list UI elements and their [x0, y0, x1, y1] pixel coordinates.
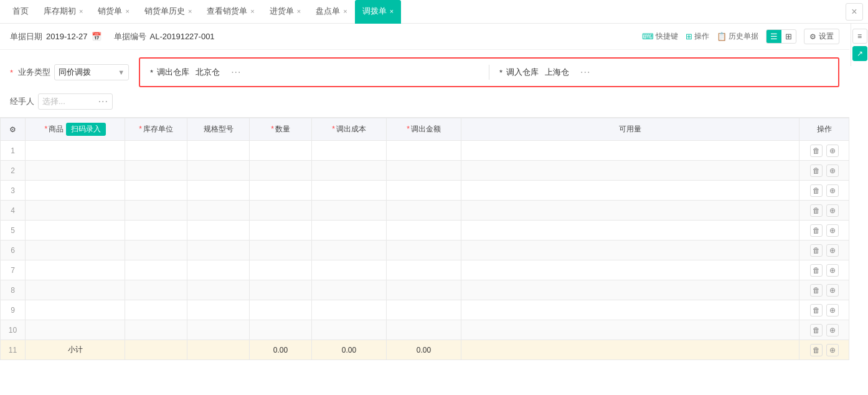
row-amount-cell[interactable]	[387, 280, 461, 300]
view-grid-button[interactable]: ⊞	[781, 30, 796, 43]
copy-row-button[interactable]: ⊕	[826, 304, 839, 316]
tab-inventory-init[interactable]: 库存期初 ×	[36, 0, 90, 24]
row-cost-cell[interactable]	[312, 161, 387, 181]
row-amount-cell[interactable]	[387, 201, 461, 221]
shortcut-key-button[interactable]: ⌨ 快捷键	[642, 31, 678, 42]
view-list-button[interactable]: ☰	[767, 30, 781, 43]
tab-sales-order-close[interactable]: ×	[125, 7, 129, 15]
copy-row-button[interactable]: ⊕	[826, 224, 839, 237]
row-qty-cell[interactable]	[250, 280, 312, 300]
delete-row-button[interactable]: 🗑	[810, 344, 823, 356]
row-qty-cell[interactable]	[250, 260, 312, 280]
row-qty-cell[interactable]	[250, 320, 312, 340]
copy-row-button[interactable]: ⊕	[826, 324, 839, 336]
row-product-cell[interactable]	[26, 280, 125, 300]
delete-row-button[interactable]: 🗑	[810, 145, 823, 157]
calendar-icon[interactable]: 📅	[92, 32, 101, 41]
row-product-cell[interactable]	[26, 161, 125, 181]
copy-row-button[interactable]: ⊕	[826, 284, 839, 297]
delete-row-button[interactable]: 🗑	[810, 264, 823, 277]
copy-row-button[interactable]: ⊕	[826, 244, 839, 257]
row-qty-cell[interactable]	[250, 161, 312, 181]
row-product-cell[interactable]	[26, 201, 125, 221]
tab-view-sales-close[interactable]: ×	[250, 7, 254, 15]
tab-transfer-order[interactable]: 调拨单 ×	[355, 0, 401, 24]
delete-row-button[interactable]: 🗑	[810, 224, 823, 237]
tab-purchase-order-close[interactable]: ×	[297, 7, 301, 15]
row-cost-cell[interactable]	[312, 181, 387, 201]
tab-home[interactable]: 首页	[5, 0, 36, 24]
handler-placeholder[interactable]: 选择...	[42, 96, 65, 107]
row-cost-cell[interactable]	[312, 201, 387, 221]
row-product-cell[interactable]	[26, 320, 125, 340]
row-number: 3	[1, 181, 26, 201]
table-settings-icon[interactable]: ⚙	[9, 125, 16, 134]
row-amount-cell[interactable]	[387, 300, 461, 320]
row-product-cell[interactable]	[26, 300, 125, 320]
delete-row-button[interactable]: 🗑	[810, 284, 823, 297]
row-cost-cell[interactable]	[312, 320, 387, 340]
tab-purchase-order[interactable]: 进货单 ×	[262, 0, 308, 24]
row-cost-cell[interactable]	[312, 280, 387, 300]
row-qty-cell[interactable]	[250, 201, 312, 221]
delete-row-button[interactable]: 🗑	[810, 164, 823, 177]
col-settings[interactable]: ⚙	[1, 118, 26, 141]
biz-type-select[interactable]: 同价调拨 ▼	[54, 64, 129, 80]
tab-sales-order[interactable]: 销货单 ×	[90, 0, 136, 24]
form-row-1: * 业务类型 同价调拨 ▼ * 调出仓库 北京仓 ··· * 调入仓库	[10, 57, 839, 87]
tab-inventory-count-close[interactable]: ×	[343, 7, 347, 15]
row-product-cell[interactable]	[26, 221, 125, 240]
tab-view-sales[interactable]: 查看销货单 ×	[199, 0, 262, 24]
row-cost-cell[interactable]	[312, 221, 387, 240]
tab-transfer-order-close[interactable]: ×	[390, 7, 394, 15]
row-amount-cell[interactable]	[387, 181, 461, 201]
row-cost-cell[interactable]	[312, 260, 387, 280]
copy-row-button[interactable]: ⊕	[826, 204, 839, 217]
window-close-button[interactable]: ×	[846, 3, 863, 21]
tab-inventory-count[interactable]: 盘点单 ×	[308, 0, 354, 24]
row-amount-cell[interactable]	[387, 320, 461, 340]
delete-row-button[interactable]: 🗑	[810, 184, 823, 197]
copy-row-button[interactable]: ⊕	[826, 344, 839, 356]
delete-row-button[interactable]: 🗑	[810, 324, 823, 336]
row-qty-cell[interactable]	[250, 300, 312, 320]
out-warehouse-more-icon[interactable]: ···	[231, 67, 241, 78]
row-amount-cell[interactable]	[387, 240, 461, 260]
row-qty-cell[interactable]	[250, 221, 312, 240]
copy-row-button[interactable]: ⊕	[826, 264, 839, 277]
tab-sales-history-close[interactable]: ×	[188, 7, 192, 15]
handler-more-icon[interactable]: ···	[98, 96, 108, 107]
tab-sales-history[interactable]: 销货单历史 ×	[137, 0, 199, 24]
sidebar-list-button[interactable]: ≡	[852, 29, 867, 44]
row-amount-cell[interactable]	[387, 221, 461, 240]
row-amount-cell[interactable]	[387, 161, 461, 181]
row-product-cell[interactable]	[26, 260, 125, 280]
row-product-cell[interactable]	[26, 181, 125, 201]
row-qty-cell[interactable]	[250, 181, 312, 201]
copy-row-button[interactable]: ⊕	[826, 184, 839, 197]
row-product-cell[interactable]	[26, 141, 125, 161]
sidebar-export-button[interactable]: ↗	[852, 46, 867, 61]
row-cost-cell[interactable]	[312, 141, 387, 161]
row-qty-cell[interactable]	[250, 141, 312, 161]
scan-entry-button[interactable]: 扫码录入	[66, 123, 106, 136]
settings-button[interactable]: ⚙ 设置	[804, 29, 839, 44]
copy-row-button[interactable]: ⊕	[826, 145, 839, 157]
copy-row-button[interactable]: ⊕	[826, 164, 839, 177]
history-doc-button[interactable]: 📋 历史单据	[717, 31, 758, 42]
operation-button[interactable]: ⊞ 操作	[686, 31, 709, 42]
row-amount-cell[interactable]	[387, 260, 461, 280]
delete-row-button[interactable]: 🗑	[810, 304, 823, 316]
row-qty-cell[interactable]	[250, 240, 312, 260]
row-amount-cell[interactable]	[387, 141, 461, 161]
in-warehouse-more-icon[interactable]: ···	[580, 67, 590, 78]
delete-row-button[interactable]: 🗑	[810, 244, 823, 257]
row-unit-cell	[125, 300, 187, 320]
delete-row-button[interactable]: 🗑	[810, 204, 823, 217]
row-cost-cell[interactable]	[312, 240, 387, 260]
row-cost-cell[interactable]	[312, 300, 387, 320]
table-row: 7🗑⊕	[1, 260, 849, 280]
row-product-cell[interactable]	[26, 240, 125, 260]
tab-inventory-init-close[interactable]: ×	[79, 7, 83, 15]
row-number: 6	[1, 240, 26, 260]
